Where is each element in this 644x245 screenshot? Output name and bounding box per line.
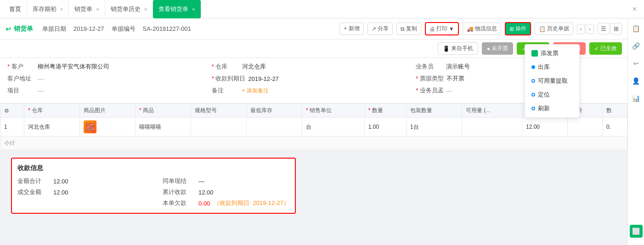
col-min-stock: 最低库存 [246,104,302,118]
deal-row: 成交金额 12.00 [17,188,144,196]
row-extra: 0. [602,118,627,137]
history-icon: 📋 [539,26,546,32]
prev-button[interactable]: ‹ [577,24,585,34]
not-open-icon: ● [487,46,490,52]
logistics-button[interactable]: 🚚 物流信息 [463,23,501,35]
nav-arrows: ‹ › [577,24,594,34]
copy-label: 复制 [406,25,417,33]
sidebar-icon-3[interactable]: ↩ [630,57,643,70]
tab-view-sales-close[interactable]: × [192,6,195,12]
effective-button[interactable]: ✓ 已生效 [589,42,622,55]
cumulative-value: 12.00 [198,189,214,196]
due-date-label: 收款到期日 [212,74,246,83]
available-label: 可用量提取 [538,77,568,85]
staff-value: 演示账号 [446,63,470,71]
doc-meta: 单据日期 2019-12-27 单据编号 SA-20191227-001 [42,25,191,33]
owe-extra: （收款到期日: 2019-12-27） [214,199,289,207]
tab-sales-close[interactable]: × [96,6,99,12]
address-field: 客户地址 — [7,74,212,83]
dropdown-available[interactable]: 可用量提取 [525,74,579,88]
gear-icon: ⚙ [4,108,9,114]
payment-grid: 金额合计 12.00 同单现结 — 成交金额 12.00 累计收款 12.00 [17,177,289,207]
cumulative-row: 累计收款 12.00 [163,188,289,196]
add-note-button[interactable]: + 添加备注 [242,87,269,95]
col-gear: ⚙ [0,104,24,118]
outbound-label: 出库 [538,63,550,71]
warehouse-value: 河北仓库 [242,63,266,71]
row-img: 🧱 [80,118,136,137]
col-warehouse: 仓库 [24,104,80,118]
dropdown-outbound[interactable]: 出库 [525,60,579,74]
deal-value: 12.00 [53,189,68,196]
cumulative-label: 累计收款 [163,188,195,196]
share-button[interactable]: ↗ 分享 [367,23,393,35]
logistics-icon: 🚚 [467,26,474,32]
sidebar-icon-2[interactable]: 🔗 [630,40,643,52]
col-unit: 销售单位 [302,104,364,118]
ticket-label: 票据类型 [416,74,444,83]
grid-view-button[interactable]: ⊞ [610,23,622,34]
ticket-value: 不开票 [446,74,464,83]
staff2-label: 业务员孟 [416,86,444,95]
row-qty: 1.00 [364,118,406,137]
tab-inventory[interactable]: 库存期初 × [27,0,69,18]
customer-value: 柳州粤港平安气体有限公司 [38,63,109,71]
sidebar-icon-5[interactable]: 📊 [630,92,643,105]
dropdown-locate[interactable]: 定位 [525,88,579,102]
tab-home-label: 首页 [9,5,21,13]
due-date-value: 2019-12-27 [248,75,279,82]
col-pack: 包装数量 [407,104,462,118]
col-spec: 规格型号 [191,104,247,118]
doc-header: ↩ 销货单 单据日期 2019-12-27 单据编号 SA-20191227-0… [0,18,627,40]
owe-row: 本单欠款 0.00 （收款到期日: 2019-12-27） [163,199,289,207]
next-button[interactable]: › [586,24,594,34]
sidebar-icon-4[interactable]: 👤 [630,74,643,87]
sidebar-icon-1[interactable]: 📋 [630,22,643,35]
due-date-field: 收款到期日 2019-12-27 [212,74,416,83]
col-extra: 数 [602,104,627,118]
print-label: 打印 [436,25,447,33]
same-order-value: — [198,178,204,185]
list-view-button[interactable]: ☰ [598,23,610,34]
tab-history-close[interactable]: × [144,6,147,12]
row-spec [191,118,247,137]
view-buttons: ☰ ⊞ [598,23,622,34]
deal-label: 成交金额 [17,188,50,196]
tab-inventory-label: 库存期初 [33,5,56,13]
phone-icon: 📱 [443,46,450,52]
window-close-button[interactable]: × [629,3,640,15]
tab-view-sales[interactable]: 查看销货单 × [153,0,201,18]
doc-actions: + 新增 ↗ 分享 ⧉ 复制 🖨 打印 ▼ 🚚 物流信息 [339,22,622,35]
doc-type-icon: ↩ [6,25,11,33]
tab-history[interactable]: 销货单历史 × [105,0,153,18]
address-value: — [38,75,44,82]
col-product: 商品 [136,104,191,118]
warehouse-label: 仓库 [212,63,239,71]
operations-icon: ⊞ [509,26,514,32]
staff2-field: 业务员孟 — [416,86,620,95]
not-open-button[interactable]: ● 未开票 [482,42,513,55]
tab-home[interactable]: 首页 [4,0,27,18]
history-button[interactable]: 📋 历史单据 [535,23,573,35]
operations-button[interactable]: ⊞ 操作 [505,22,531,35]
new-button[interactable]: + 新增 [339,23,363,35]
row-current: 12.00 [522,118,567,137]
add-invoice-icon [531,50,538,57]
dropdown-add-invoice[interactable]: 添发票 [525,46,579,60]
print-button[interactable]: 🖨 打印 ▼ [425,22,459,35]
tab-sales[interactable]: 销货单 × [69,0,105,18]
sidebar-icon-expand[interactable]: ⬜ [630,225,643,238]
row-product: 嘻嘻嘻嘻 [136,118,191,137]
product-image: 🧱 [84,120,96,133]
right-sidebar: 📋 🔗 ↩ 👤 📊 ⬜ [627,18,644,245]
effective-icon: ✓ [594,46,599,52]
row-pack: 1台 [407,118,462,137]
operations-dropdown: 添发票 出库 可用量提取 定位 刷新 [525,44,580,118]
tab-inventory-close[interactable]: × [60,6,63,12]
add-invoice-label: 添发票 [541,49,559,57]
customer-label: 客户 [7,63,35,71]
dropdown-refresh[interactable]: 刷新 [525,102,579,115]
copy-button[interactable]: ⧉ 复制 [396,23,421,35]
from-phone-button[interactable]: 📱 来自手机 [438,42,478,55]
row-unit: 台 [302,118,364,137]
